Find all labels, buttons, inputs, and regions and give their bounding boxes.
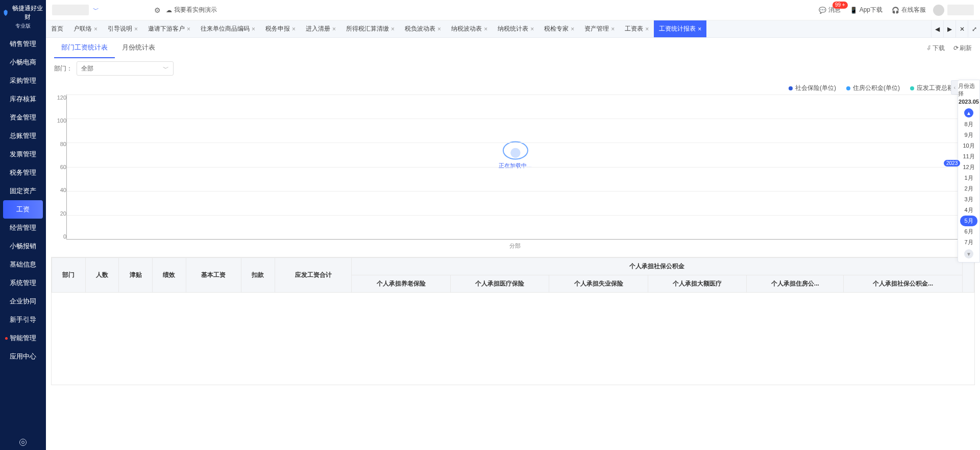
tab[interactable]: 资产管理× <box>579 20 620 37</box>
close-icon[interactable]: × <box>530 26 534 33</box>
tab[interactable]: 进入清册× <box>301 20 341 37</box>
tabs-scroll-left[interactable]: ◀ <box>931 20 943 37</box>
month-picker-down[interactable]: ▼ <box>964 249 973 258</box>
close-icon[interactable]: × <box>332 26 336 33</box>
subtab-month-stats[interactable]: 月份统计表 <box>115 38 162 58</box>
close-icon[interactable]: × <box>484 26 487 33</box>
tab[interactable]: 首页 <box>46 20 68 37</box>
month-picker: ‹ 月份选择 2023.05 ▲ 8月9月10月11月12月1月2月3月4月5月… <box>958 80 980 263</box>
subtabs: 部门工资统计表 月份统计表 <box>54 38 162 58</box>
user-block[interactable] <box>933 5 974 16</box>
sidebar-item[interactable]: 资金管理 <box>0 108 46 127</box>
subtab-dept-stats[interactable]: 部门工资统计表 <box>54 38 115 58</box>
sidebar-item[interactable]: 小畅电商 <box>0 53 46 72</box>
tab[interactable]: 所得税汇算清缴× <box>341 20 400 37</box>
settings-icon <box>19 439 27 446</box>
month-option[interactable]: 2月 <box>958 183 979 194</box>
tab[interactable]: 工资统计报表× <box>654 20 706 37</box>
close-icon[interactable]: × <box>292 26 296 33</box>
legend-swatch-icon <box>789 86 793 90</box>
sidebar-item[interactable]: 系统管理 <box>0 274 46 292</box>
app-download-button[interactable]: 📱 App下载 <box>848 6 885 14</box>
company-selector[interactable]: ﹀ <box>52 5 149 15</box>
month-option[interactable]: 7月 <box>958 237 979 248</box>
sidebar-item[interactable]: 新手引导 <box>0 311 46 329</box>
month-option[interactable]: 1月 <box>958 173 979 183</box>
month-option[interactable]: 11月 <box>958 151 979 162</box>
sidebar-item[interactable]: 经营管理 <box>0 219 46 237</box>
month-option[interactable]: 5月 <box>960 216 977 226</box>
close-icon[interactable]: × <box>391 26 395 33</box>
chart-y-axis: 120100806040200 <box>54 94 66 240</box>
dept-select-value: 全部 <box>81 64 93 73</box>
legend-item[interactable]: 住房公积金(单位) <box>846 84 900 92</box>
close-icon[interactable]: × <box>252 26 255 33</box>
tab[interactable]: 户联络× <box>68 20 103 37</box>
sidebar-item[interactable]: 小畅报销 <box>0 237 46 255</box>
sidebar-item[interactable]: 应用中心 <box>0 347 46 366</box>
loading-cloud-icon <box>502 141 528 159</box>
tab[interactable]: 引导说明× <box>103 20 143 37</box>
tab[interactable]: 税务申报× <box>260 20 301 37</box>
table-subheader: 个人承担医疗保险 <box>450 275 549 293</box>
download-button[interactable]: ⇩下载 <box>926 44 945 53</box>
month-picker-handle[interactable]: ‹ <box>951 80 958 94</box>
close-icon[interactable]: × <box>437 26 441 33</box>
dept-select[interactable]: 全部 ﹀ <box>77 61 174 76</box>
tab[interactable]: 税负波动表× <box>400 20 446 37</box>
tab[interactable]: 纳税波动表× <box>446 20 493 37</box>
month-option[interactable]: 8月 <box>958 119 979 130</box>
month-picker-up[interactable]: ▲ <box>964 108 973 117</box>
sidebar-item[interactable]: 工资 <box>3 200 43 219</box>
close-icon[interactable]: × <box>645 26 649 33</box>
refresh-button[interactable]: ⟳刷新 <box>953 44 972 53</box>
close-icon[interactable]: × <box>134 26 138 33</box>
gear-icon[interactable]: ⚙ <box>154 6 161 14</box>
download-icon: ⇩ <box>926 44 931 52</box>
close-icon[interactable]: × <box>571 26 574 33</box>
tab[interactable]: 纳税统计表× <box>493 20 539 37</box>
close-icon[interactable]: × <box>611 26 615 33</box>
tabs-scroll: 首页户联络×引导说明×邀请下游客户×往来单位商品编码×税务申报×进入清册×所得税… <box>46 20 931 37</box>
legend-item[interactable]: 应发工资总额 <box>910 84 953 92</box>
table-wrap: 部门人数津贴绩效基本工资扣款应发工资合计个人承担社保公积金个人承担养老保险个人承… <box>51 257 975 385</box>
month-option[interactable]: 9月 <box>958 130 979 140</box>
sidebar-footer[interactable] <box>0 435 46 450</box>
sidebar-item[interactable]: 企业协同 <box>0 292 46 311</box>
close-icon[interactable]: × <box>187 26 190 33</box>
sidebar-item[interactable]: 智能管理 <box>0 329 46 347</box>
sidebar-item[interactable]: 总账管理 <box>0 127 46 145</box>
legend-item[interactable]: 社会保险(单位) <box>789 84 836 92</box>
sidebar-item[interactable]: 基础信息 <box>0 255 46 274</box>
online-service-button[interactable]: 🎧 在线客服 <box>890 6 928 14</box>
tab[interactable]: 邀请下游客户× <box>143 20 195 37</box>
table-header: 应发工资合计 <box>275 258 352 293</box>
demo-link[interactable]: ☁ 我要看实例演示 <box>166 6 217 14</box>
close-icon[interactable]: × <box>94 26 97 33</box>
chart-box: 120100806040200 正在加载中... 分部 <box>66 94 964 248</box>
tab[interactable]: 工资表× <box>620 20 654 37</box>
sidebar-item[interactable]: 固定资产 <box>0 182 46 200</box>
month-option[interactable]: 12月 <box>958 162 979 173</box>
sidebar-item[interactable]: 发票管理 <box>0 145 46 163</box>
tabs-close-all[interactable]: ✕ <box>955 20 968 37</box>
refresh-icon: ⟳ <box>953 44 958 52</box>
tab[interactable]: 往来单位商品编码× <box>195 20 260 37</box>
sidebar-item[interactable]: 库存核算 <box>0 90 46 108</box>
phone-icon: 📱 <box>850 7 857 14</box>
sidebar-item[interactable]: 销售管理 <box>0 35 46 53</box>
filter-row: 部门： 全部 ﹀ <box>46 58 980 81</box>
month-option[interactable]: 3月 <box>958 194 979 205</box>
month-option[interactable]: 6月 <box>958 226 979 237</box>
sidebar-item[interactable]: 税务管理 <box>0 163 46 182</box>
tab[interactable]: 税检专家× <box>539 20 579 37</box>
month-option[interactable]: 4月 <box>958 205 979 216</box>
subtab-row: 部门工资统计表 月份统计表 ⇩下载 ⟳刷新 <box>46 38 980 58</box>
close-icon[interactable]: × <box>698 26 701 33</box>
fullscreen-button[interactable]: ⤢ <box>968 20 980 37</box>
tabs-scroll-right[interactable]: ▶ <box>943 20 955 37</box>
month-picker-year: 2023.05 <box>959 99 979 105</box>
month-option[interactable]: 10月 <box>958 140 979 151</box>
messages-button[interactable]: 💬 消息 99 + <box>817 6 843 14</box>
sidebar-item[interactable]: 采购管理 <box>0 72 46 90</box>
